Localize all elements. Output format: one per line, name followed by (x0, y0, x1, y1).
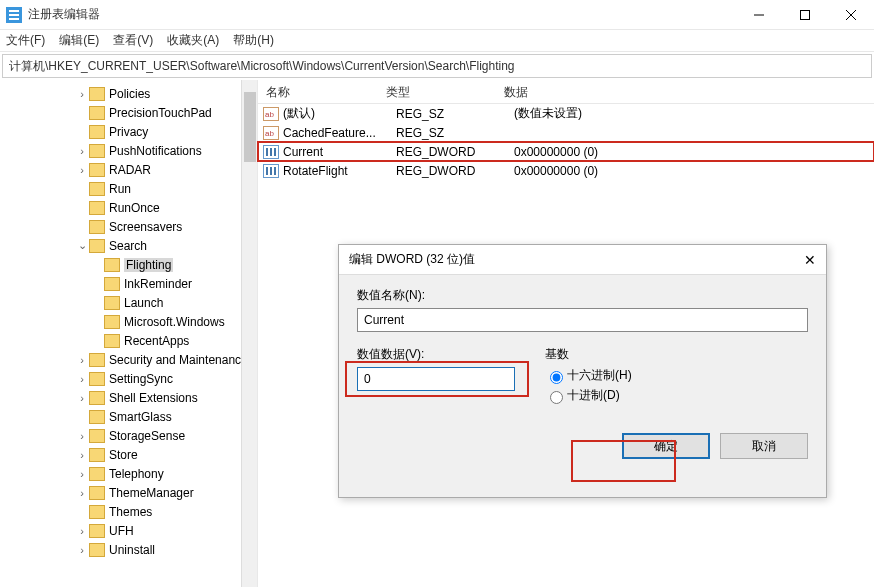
value-type: REG_SZ (396, 107, 514, 121)
folder-icon (89, 486, 105, 500)
scrollbar-thumb[interactable] (244, 92, 256, 162)
value-row[interactable]: RotateFlightREG_DWORD0x00000000 (0) (258, 161, 874, 180)
expand-icon[interactable]: › (75, 430, 89, 442)
expand-icon[interactable]: › (75, 88, 89, 100)
value-row[interactable]: CachedFeature...REG_SZ (258, 123, 874, 142)
expand-icon[interactable]: › (75, 373, 89, 385)
tree-label: RecentApps (124, 334, 189, 348)
tree-node[interactable]: Screensavers (0, 217, 257, 236)
value-data: 0x00000000 (0) (514, 145, 874, 159)
tree-label: Security and Maintenance (109, 353, 248, 367)
value-name: CachedFeature... (283, 126, 396, 140)
value-type: REG_DWORD (396, 164, 514, 178)
folder-icon (104, 296, 120, 310)
menu-favorites[interactable]: 收藏夹(A) (167, 32, 219, 49)
menu-file[interactable]: 文件(F) (6, 32, 45, 49)
tree-node[interactable]: ›RADAR (0, 160, 257, 179)
expand-icon[interactable]: › (75, 164, 89, 176)
tree-node[interactable]: ›UFH (0, 521, 257, 540)
folder-icon (89, 220, 105, 234)
base-label: 基数 (545, 346, 632, 363)
dialog-close-icon[interactable]: ✕ (804, 252, 816, 268)
expand-icon[interactable]: › (75, 145, 89, 157)
expand-icon[interactable]: › (75, 525, 89, 537)
tree-node[interactable]: Flighting (0, 255, 257, 274)
tree-node[interactable]: ›Telephony (0, 464, 257, 483)
cancel-button[interactable]: 取消 (720, 433, 808, 459)
tree-label: Launch (124, 296, 163, 310)
window-title: 注册表编辑器 (28, 6, 736, 23)
folder-icon (104, 258, 120, 272)
tree-label: RunOnce (109, 201, 160, 215)
maximize-button[interactable] (782, 0, 828, 29)
folder-icon (89, 372, 105, 386)
folder-icon (89, 448, 105, 462)
tree-node[interactable]: Themes (0, 502, 257, 521)
tree-node[interactable]: ›Shell Extensions (0, 388, 257, 407)
tree-node[interactable]: ›PushNotifications (0, 141, 257, 160)
folder-icon (89, 353, 105, 367)
col-name[interactable]: 名称 (258, 80, 378, 103)
tree-node[interactable]: ›Uninstall (0, 540, 257, 559)
value-name-input[interactable] (357, 308, 808, 332)
radio-dec-input[interactable] (550, 391, 563, 404)
window-titlebar: 注册表编辑器 (0, 0, 874, 30)
tree-node[interactable]: SmartGlass (0, 407, 257, 426)
expand-icon[interactable]: ⌄ (75, 239, 89, 252)
tree-node[interactable]: Privacy (0, 122, 257, 141)
expand-icon[interactable]: › (75, 544, 89, 556)
tree-node[interactable]: ›Security and Maintenance (0, 350, 257, 369)
folder-icon (89, 87, 105, 101)
folder-icon (104, 334, 120, 348)
tree-node[interactable]: InkReminder (0, 274, 257, 293)
tree-node[interactable]: RecentApps (0, 331, 257, 350)
dialog-titlebar[interactable]: 编辑 DWORD (32 位)值 ✕ (339, 245, 826, 275)
tree-scrollbar[interactable] (241, 80, 258, 587)
address-bar[interactable]: 计算机\HKEY_CURRENT_USER\Software\Microsoft… (2, 54, 872, 78)
ok-button[interactable]: 确定 (622, 433, 710, 459)
tree-label: Privacy (109, 125, 148, 139)
radio-dec-label: 十进制(D) (567, 387, 620, 404)
col-type[interactable]: 类型 (378, 80, 496, 103)
value-name: RotateFlight (283, 164, 396, 178)
folder-icon (89, 239, 105, 253)
radio-hex[interactable]: 十六进制(H) (545, 367, 632, 384)
value-data-label: 数值数据(V): (357, 346, 515, 363)
value-data: 0x00000000 (0) (514, 164, 874, 178)
menu-view[interactable]: 查看(V) (113, 32, 153, 49)
tree-node[interactable]: Launch (0, 293, 257, 312)
tree-node[interactable]: RunOnce (0, 198, 257, 217)
folder-icon (104, 315, 120, 329)
tree-panel[interactable]: ›PoliciesPrecisionTouchPadPrivacy›PushNo… (0, 80, 258, 587)
tree-node[interactable]: Run (0, 179, 257, 198)
folder-icon (89, 429, 105, 443)
ok-label: 确定 (654, 438, 678, 455)
menu-help[interactable]: 帮助(H) (233, 32, 274, 49)
tree-label: Uninstall (109, 543, 155, 557)
value-data-input[interactable] (357, 367, 515, 391)
tree-node[interactable]: ›ThemeManager (0, 483, 257, 502)
radio-hex-input[interactable] (550, 371, 563, 384)
radio-dec[interactable]: 十进制(D) (545, 387, 632, 404)
folder-icon (89, 182, 105, 196)
tree-node[interactable]: ⌄Search (0, 236, 257, 255)
tree-node[interactable]: ›SettingSync (0, 369, 257, 388)
expand-icon[interactable]: › (75, 354, 89, 366)
expand-icon[interactable]: › (75, 468, 89, 480)
value-row[interactable]: CurrentREG_DWORD0x00000000 (0) (258, 142, 874, 161)
tree-node[interactable]: Microsoft.Windows (0, 312, 257, 331)
folder-icon (89, 201, 105, 215)
tree-node[interactable]: PrecisionTouchPad (0, 103, 257, 122)
close-button[interactable] (828, 0, 874, 29)
expand-icon[interactable]: › (75, 487, 89, 499)
expand-icon[interactable]: › (75, 449, 89, 461)
value-row[interactable]: (默认)REG_SZ(数值未设置) (258, 104, 874, 123)
tree-node[interactable]: ›StorageSense (0, 426, 257, 445)
tree-node[interactable]: ›Store (0, 445, 257, 464)
folder-icon (89, 543, 105, 557)
menu-edit[interactable]: 编辑(E) (59, 32, 99, 49)
tree-node[interactable]: ›Policies (0, 84, 257, 103)
expand-icon[interactable]: › (75, 392, 89, 404)
col-data[interactable]: 数据 (496, 80, 874, 103)
minimize-button[interactable] (736, 0, 782, 29)
